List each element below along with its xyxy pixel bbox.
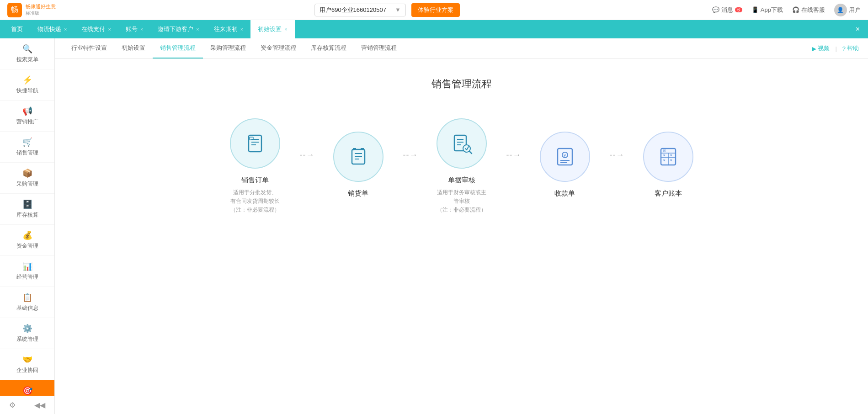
flow-step-0[interactable]: 销售订单适用于分批发货、 有合同发货周期较长 （注：非必要流程） bbox=[214, 118, 296, 215]
sidebar-label-6: 资金管理 bbox=[16, 242, 38, 250]
sub-tabs: 行业特性设置初始设置销售管理流程采购管理流程资金管理流程库存核算流程营销管理流程… bbox=[55, 38, 868, 59]
nav-item-2[interactable]: 在线支付× bbox=[74, 20, 118, 38]
sidebar-item-系统管理[interactable]: ⚙️系统管理 bbox=[0, 318, 54, 349]
svg-rect-0 bbox=[249, 135, 261, 152]
sidebar-item-快捷导航[interactable]: ⚡快捷导航 bbox=[0, 69, 54, 101]
nav-close-icon-1[interactable]: × bbox=[64, 27, 67, 32]
flow-step-name-4: 客户账本 bbox=[655, 189, 682, 198]
flow-arrow-0: - - → bbox=[300, 150, 314, 183]
top-header: 畅 畅康通好生意 标准版 用户690企业1660120507 ▼ 体验行业方案 … bbox=[0, 0, 868, 20]
nav-close-icon-5[interactable]: × bbox=[240, 27, 243, 32]
help-link[interactable]: ? 帮助 bbox=[842, 44, 859, 53]
sidebar-icon-6: 💰 bbox=[22, 230, 32, 240]
flow-circle-4: 账 ¥ ¥ ¥ ¥ bbox=[643, 132, 693, 182]
help-label: 帮助 bbox=[847, 44, 859, 53]
sidebar-icon-5: 🗄️ bbox=[22, 199, 32, 209]
messages-item[interactable]: 💬 消息 6 bbox=[712, 6, 742, 14]
svg-text:¥: ¥ bbox=[563, 153, 566, 158]
download-icon: 📱 bbox=[751, 6, 759, 13]
collapse-icon[interactable]: ◀◀ bbox=[34, 401, 45, 409]
sub-tab-3[interactable]: 采购管理流程 bbox=[203, 38, 253, 58]
flow-content: 销售管理流程 销售订单适用于分批发货、 有合同发货周期较长 （注：非必要流程）-… bbox=[55, 59, 868, 233]
flow-step-3[interactable]: ¥ 收款单 bbox=[524, 132, 606, 202]
play-icon: ▶ bbox=[812, 45, 816, 52]
flow-step-4[interactable]: 账 ¥ ¥ ¥ ¥ 客户账本 bbox=[627, 132, 709, 202]
sidebar: 🔍搜索菜单⚡快捷导航📢营销推广🛒销售管理📦采购管理🗄️库存核算💰资金管理📊经营管… bbox=[0, 38, 55, 414]
sub-tab-4[interactable]: 资金管理流程 bbox=[253, 38, 304, 58]
sub-tab-6[interactable]: 营销管理流程 bbox=[354, 38, 404, 58]
sidebar-label-7: 经营管理 bbox=[16, 273, 38, 281]
sidebar-label-2: 营销推广 bbox=[16, 118, 38, 126]
svg-line-14 bbox=[469, 151, 472, 154]
sidebar-item-营销推广[interactable]: 📢营销推广 bbox=[0, 101, 54, 132]
sidebar-items: 🔍搜索菜单⚡快捷导航📢营销推广🛒销售管理📦采购管理🗄️库存核算💰资金管理📊经营管… bbox=[0, 38, 54, 396]
app-download-item[interactable]: 📱 App下载 bbox=[751, 6, 783, 14]
messages-label: 消息 bbox=[721, 6, 733, 14]
sidebar-label-10: 企业协同 bbox=[16, 366, 38, 374]
nav-close-icon-3[interactable]: × bbox=[140, 27, 143, 32]
sidebar-item-经营管理[interactable]: 📊经营管理 bbox=[0, 256, 54, 287]
sub-tab-2[interactable]: 销售管理流程 bbox=[153, 38, 203, 58]
nav-close-icon-6[interactable]: × bbox=[284, 27, 287, 32]
trial-button[interactable]: 体验行业方案 bbox=[411, 3, 460, 17]
settings-icon[interactable]: ⚙ bbox=[9, 401, 16, 409]
flow-step-name-1: 销货单 bbox=[348, 189, 368, 198]
sidebar-icon-8: 📋 bbox=[22, 292, 32, 303]
main-layout: 🔍搜索菜单⚡快捷导航📢营销推广🛒销售管理📦采购管理🗄️库存核算💰资金管理📊经营管… bbox=[0, 38, 868, 414]
sidebar-icon-10: 🤝 bbox=[22, 355, 32, 365]
online-service-item[interactable]: 🎧 在线客服 bbox=[792, 6, 825, 14]
sidebar-label-8: 基础信息 bbox=[16, 304, 38, 312]
user-selector-text: 用户690企业1660120507 bbox=[320, 6, 386, 14]
question-icon: ? bbox=[842, 45, 846, 52]
nav-item-6[interactable]: 初始设置× bbox=[250, 20, 294, 38]
flow-steps: 销售订单适用于分批发货、 有合同发货周期较长 （注：非必要流程）- - → 销货… bbox=[82, 118, 841, 215]
nav-item-0[interactable]: 首页 bbox=[4, 20, 30, 38]
svg-text:¥: ¥ bbox=[670, 158, 672, 162]
sidebar-item-企业协同[interactable]: 🤝企业协同 bbox=[0, 349, 54, 380]
nav-item-4[interactable]: 邀请下游客户× bbox=[150, 20, 206, 38]
flow-arrow-1: - - → bbox=[403, 150, 417, 183]
nav-item-3[interactable]: 账号× bbox=[118, 20, 150, 38]
service-icon: 🎧 bbox=[792, 6, 799, 13]
sidebar-item-新手引导[interactable]: 🎯新手引导 bbox=[0, 380, 54, 396]
flow-arrow-3: - - → bbox=[610, 150, 623, 183]
logo-tag: 标准版 bbox=[26, 10, 56, 16]
online-service-label: 在线客服 bbox=[801, 6, 825, 14]
nav-close-icon-2[interactable]: × bbox=[108, 27, 111, 32]
nav-close-icon-4[interactable]: × bbox=[196, 27, 199, 32]
sidebar-item-采购管理[interactable]: 📦采购管理 bbox=[0, 163, 54, 194]
sidebar-icon-7: 📊 bbox=[22, 261, 32, 271]
flow-arrow-2: - - → bbox=[506, 150, 520, 183]
logo-area: 畅 畅康通好生意 标准版 bbox=[7, 3, 62, 17]
svg-text:¥: ¥ bbox=[670, 153, 672, 157]
flow-step-name-3: 收款单 bbox=[554, 189, 575, 198]
user-selector[interactable]: 用户690企业1660120507 ▼ bbox=[314, 4, 406, 16]
sidebar-item-基础信息[interactable]: 📋基础信息 bbox=[0, 287, 54, 318]
logo-text: 畅康通好生意 bbox=[26, 3, 56, 10]
divider: | bbox=[835, 45, 836, 52]
nav-item-1[interactable]: 物流快递× bbox=[30, 20, 74, 38]
flow-step-1[interactable]: 销货单 bbox=[317, 132, 399, 202]
flow-step-2[interactable]: 单据审核适用于财务审核或主 管审核 （注：非必要流程） bbox=[421, 118, 503, 215]
sidebar-item-库存核算[interactable]: 🗄️库存核算 bbox=[0, 194, 54, 225]
avatar: 👤 bbox=[834, 4, 847, 16]
video-link[interactable]: ▶ 视频 bbox=[812, 44, 830, 53]
flow-step-name-0: 销售订单 bbox=[241, 176, 269, 185]
svg-text:¥: ¥ bbox=[663, 158, 666, 162]
sidebar-label-3: 销售管理 bbox=[16, 149, 38, 157]
sidebar-item-销售管理[interactable]: 🛒销售管理 bbox=[0, 132, 54, 163]
flow-circle-3: ¥ bbox=[540, 132, 590, 182]
svg-text:¥: ¥ bbox=[663, 153, 666, 157]
nav-item-5[interactable]: 往来期初× bbox=[207, 20, 250, 38]
sidebar-item-资金管理[interactable]: 💰资金管理 bbox=[0, 225, 54, 256]
sub-tab-1[interactable]: 初始设置 bbox=[114, 38, 153, 58]
sidebar-item-搜索菜单[interactable]: 🔍搜索菜单 bbox=[0, 38, 54, 69]
flow-circle-2 bbox=[437, 118, 487, 169]
sub-tab-5[interactable]: 库存核算流程 bbox=[304, 38, 354, 58]
header-right: 💬 消息 6 📱 App下载 🎧 在线客服 👤 用户 bbox=[712, 4, 861, 16]
video-label: 视频 bbox=[818, 44, 830, 53]
sub-tab-0[interactable]: 行业特性设置 bbox=[64, 38, 114, 58]
user-avatar-item[interactable]: 👤 用户 bbox=[834, 4, 861, 16]
nav-close-all-button[interactable]: × bbox=[851, 25, 864, 33]
sub-tabs-left: 行业特性设置初始设置销售管理流程采购管理流程资金管理流程库存核算流程营销管理流程 bbox=[64, 38, 404, 58]
